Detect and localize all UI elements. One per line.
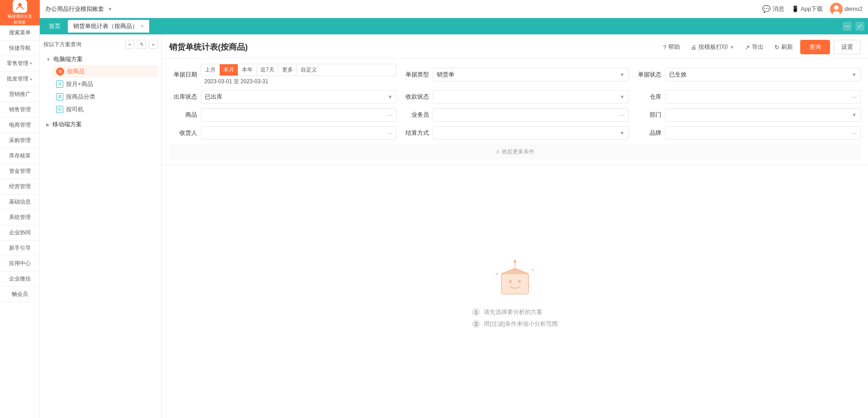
refresh-icon: ↻ (774, 44, 779, 51)
messages-btn[interactable]: 💬 消息 (762, 5, 784, 13)
date-custom[interactable]: 自定义 (297, 64, 321, 76)
tree-parent-desktop[interactable]: ▼ 电脑端方案 (43, 53, 158, 65)
warehouse-input[interactable]: ··· (665, 90, 861, 104)
tree-item-by-driver[interactable]: 司 按司机 (52, 103, 158, 116)
tree-section-mobile: ▶ 移动端方案 (43, 119, 158, 130)
sidebar-item-retail[interactable]: 零售管理▼ (0, 56, 40, 71)
filter-settlement: 结算方式 ▼ (401, 126, 628, 140)
filter-row-4: 收货人 ··· 结算方式 ▼ 品牌 (169, 126, 861, 140)
panel-title: 按以下方案查询 (43, 41, 81, 48)
print-btn[interactable]: 🖨 按模板打印 ▼ (687, 41, 738, 53)
tree-parent-mobile[interactable]: ▶ 移动端方案 (43, 119, 158, 130)
date-this-year[interactable]: 本年 (238, 64, 257, 76)
sidebar-item-enterprise[interactable]: 企业协同 (0, 225, 40, 241)
refresh-label: 刷新 (781, 43, 793, 51)
tab-sales-stats[interactable]: 销货单统计表（按商品） × (68, 20, 149, 33)
page-title: 销货单统计表(按商品) (169, 42, 248, 52)
sidebar-item-search[interactable]: 搜索菜单 (0, 25, 40, 41)
sidebar-item-marketing[interactable]: 营销推广 (0, 87, 40, 102)
sidebar-item-inventory[interactable]: 库存核算 (0, 148, 40, 164)
brand-input[interactable]: ··· (665, 126, 861, 140)
edit-scheme-btn[interactable]: ✎ (137, 40, 146, 49)
query-button[interactable]: 查询 (800, 40, 830, 54)
sidebar-item-member[interactable]: 畅会员 (0, 287, 40, 302)
panel-icons: + ✎ « (125, 40, 158, 49)
header-buttons: ? 帮助 🖨 按模板打印 ▼ ↗ 导出 ↻ 刷新 (660, 40, 861, 54)
sidebar-item-purchase[interactable]: 采购管理 (0, 133, 40, 148)
dept-input[interactable]: ▼ (665, 108, 861, 122)
date-last-month[interactable]: 上月 (201, 64, 220, 76)
sidebar-item-sales[interactable]: 销售管理 (0, 102, 40, 118)
collapse-bar[interactable]: ∧ 收起更多条件 (169, 144, 861, 159)
industry-dropdown-icon[interactable]: ▼ (108, 6, 113, 12)
by-driver-icon: 司 (56, 106, 63, 113)
warehouse-dots: ··· (851, 93, 857, 100)
date-7days[interactable]: 近7天 (257, 64, 278, 76)
receiver-input[interactable]: ··· (201, 126, 396, 140)
sidebar-item-finance[interactable]: 资金管理 (0, 164, 40, 179)
settlement-input[interactable]: ▼ (433, 126, 628, 140)
tab-home[interactable]: 首页 (43, 20, 66, 33)
by-category-icon: 类 (56, 93, 63, 100)
tip2-text: 用[过滤]条件来缩小分析范围 (484, 320, 557, 328)
receipt-status-input[interactable]: ▼ (433, 90, 628, 104)
user-profile[interactable]: demo2 (830, 3, 863, 15)
export-btn[interactable]: ↗ 导出 (741, 41, 767, 53)
filter-row-3: 商品 ··· 业务员 ··· 部门 (169, 108, 861, 122)
doc-type-input[interactable]: 销货单 ▼ (433, 68, 628, 81)
clerk-input[interactable]: ··· (433, 108, 628, 122)
sidebar-item-wholesale[interactable]: 批发管理▲ (0, 71, 40, 87)
help-btn[interactable]: ? 帮助 (660, 41, 684, 53)
out-status-input[interactable]: 已出库 ▼ (201, 90, 396, 104)
collapse-panel-btn[interactable]: « (149, 40, 158, 49)
date-more[interactable]: 更多 (278, 64, 297, 76)
sidebar-item-guide[interactable]: 新手引导 (0, 241, 40, 256)
industry-selector[interactable]: 办公用品行业模拟账套 (45, 5, 104, 13)
tree-item-by-month-goods[interactable]: 月 按月+商品 (52, 78, 158, 90)
doc-type-value: 销货单 (437, 71, 454, 79)
svg-point-9 (514, 260, 516, 263)
settings-button[interactable]: 设置 (834, 40, 861, 54)
goods-input[interactable]: ··· (201, 108, 396, 122)
empty-tip-2: 2 用[过滤]条件来缩小分析范围 (472, 320, 557, 328)
by-driver-label: 按司机 (66, 105, 84, 114)
doc-status-input[interactable]: 已生效 ▼ (665, 68, 861, 81)
sidebar-item-wechat[interactable]: 企业微信 (0, 271, 40, 287)
warehouse-label: 仓库 (633, 93, 665, 101)
app-download-btn[interactable]: 📱 App下载 (792, 5, 823, 13)
settlement-dropdown: ▼ (620, 130, 625, 136)
brand-dots: ··· (851, 129, 857, 137)
help-label: 帮助 (668, 43, 680, 51)
top-bar: 办公用品行业模拟账套 ▼ 💬 消息 📱 App下载 de (40, 0, 868, 18)
refresh-btn[interactable]: ↻ 刷新 (771, 41, 797, 53)
clerk-dots: ··· (619, 111, 625, 119)
sidebar-item-operations[interactable]: 经营管理 (0, 179, 40, 195)
date-this-month[interactable]: 本月 (220, 64, 238, 76)
tree-item-by-category[interactable]: 类 按商品分类 (52, 90, 158, 103)
tab-minimize-btn[interactable]: — (843, 22, 852, 31)
empty-state: ✦ ✦ ✦ 1 请先选择要分析的方案 2 用[过滤]条件来缩小分析范围 (162, 165, 868, 418)
doc-status-dropdown: ▼ (852, 72, 857, 77)
svg-rect-4 (501, 274, 528, 294)
sidebar-item-basic[interactable]: 基础信息 (0, 195, 40, 210)
avatar (830, 3, 843, 15)
doc-type-dropdown: ▼ (620, 72, 625, 77)
sidebar-item-ecommerce[interactable]: 电商管理 (0, 118, 40, 133)
sidebar-item-quick[interactable]: 快捷导航 (0, 41, 40, 56)
svg-point-0 (18, 3, 21, 6)
filter-doc-type: 单据类型 销货单 ▼ (401, 64, 628, 86)
brand-label: 品牌 (633, 129, 665, 137)
by-goods-icon: 按 (56, 67, 64, 76)
tab-maximize-btn[interactable]: ⤢ (855, 22, 864, 31)
username-label: demo2 (844, 5, 863, 12)
tab-close-btn[interactable]: × (141, 24, 144, 29)
tree-item-by-goods[interactable]: 按 按商品 (52, 65, 158, 78)
add-scheme-btn[interactable]: + (125, 40, 134, 49)
sidebar-item-system[interactable]: 系统管理 (0, 210, 40, 225)
filter-doc-status: 单据状态 已生效 ▼ (633, 64, 861, 86)
top-bar-right: 💬 消息 📱 App下载 demo2 (762, 3, 863, 15)
date-range-value: 2023-03-01 至 2023-03-31 (204, 78, 396, 86)
tip2-num: 2 (472, 320, 480, 328)
export-label: 导出 (752, 43, 764, 51)
sidebar-item-appstore[interactable]: 应用中心 (0, 256, 40, 271)
